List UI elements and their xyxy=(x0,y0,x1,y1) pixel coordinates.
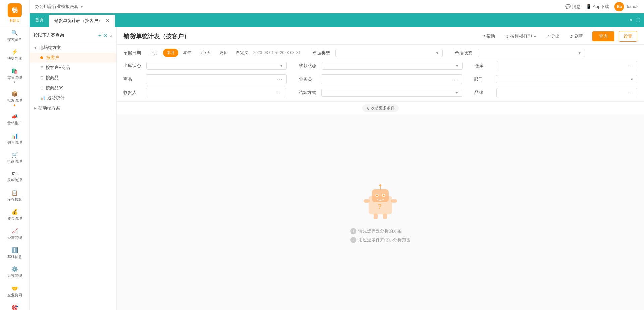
tree-item-label: 按客户+商品 xyxy=(46,65,70,71)
hint-num-2: 2 xyxy=(350,237,356,243)
svg-point-4 xyxy=(376,194,378,196)
sidebar-item-search[interactable]: 🔍 搜索菜单 xyxy=(0,26,29,45)
svg-point-5 xyxy=(383,194,385,196)
tree-item-by-customer-goods[interactable]: ⊞ 按客户+商品 xyxy=(30,63,116,73)
order-type-label: 单据类型 xyxy=(313,50,330,56)
date-btn-this-year[interactable]: 本年 xyxy=(180,49,195,57)
export-button[interactable]: ↗ 导出 xyxy=(543,32,562,41)
filter-row-3: 商品 ··· 业务员 ··· 部门 ▼ xyxy=(123,74,637,84)
sidebar-item-ecommerce[interactable]: 🛒 电商管理 xyxy=(0,148,29,167)
refresh-scheme-icon[interactable]: ⊙ xyxy=(103,32,108,38)
salesperson-select[interactable]: ··· xyxy=(321,74,462,84)
payment-label: 结算方式 xyxy=(299,90,316,96)
tab-close-icon[interactable]: ✕ xyxy=(106,18,110,23)
query-btn-right: 查询 xyxy=(592,31,614,41)
table-icon: ⊞ xyxy=(40,75,44,80)
print-icon: 🖨 xyxy=(504,34,509,39)
left-panel-title: 按以下方案查询 xyxy=(34,32,64,38)
consignee-select[interactable]: ··· xyxy=(146,88,286,97)
page-actions: ? 帮助 🖨 按模板打印 ▼ ↗ 导出 ↺ 刷新 xyxy=(480,31,637,42)
tab-maximize-area: ✕ ⛶ xyxy=(625,13,644,27)
goods-select[interactable]: ··· xyxy=(146,74,287,84)
tab-home[interactable]: 首页 xyxy=(30,13,49,27)
topbar: 办公用品行业模拟账套 ▼ 💬 消息 📱 App下载 Ea demo2 xyxy=(30,0,644,13)
template-print-button[interactable]: 🖨 按模板打印 ▼ xyxy=(502,32,539,41)
tree-item-return-stats[interactable]: 📊 退货统计 xyxy=(30,93,116,103)
tree-item-by-goods[interactable]: ⊞ 按商品 xyxy=(30,73,116,83)
app-download-button[interactable]: 📱 App下载 xyxy=(586,4,609,10)
receive-status-select[interactable]: ▼ xyxy=(322,62,462,70)
sales-icon: 📊 xyxy=(11,133,18,139)
close-window-icon[interactable]: ✕ xyxy=(629,18,633,23)
collapse-label: 收起更多条件 xyxy=(371,105,395,111)
hint-text-2: 用过滤条件来缩小分析范围 xyxy=(358,237,411,243)
collapse-more-btn[interactable]: ∧ 收起更多条件 xyxy=(362,104,399,112)
maximize-window-icon[interactable]: ⛶ xyxy=(636,18,640,23)
export-label: 导出 xyxy=(551,33,560,39)
sidebar-item-retail[interactable]: 🛍️ 零售管理 ▼ xyxy=(0,64,29,87)
left-panel-header: 按以下方案查询 + ⊙ « xyxy=(30,30,116,41)
add-scheme-icon[interactable]: + xyxy=(98,32,101,38)
receive-status-label: 收款状态 xyxy=(299,63,316,69)
order-type-select[interactable]: ▼ xyxy=(335,49,443,57)
page-header: 销货单统计表（按客户） ? 帮助 🖨 按模板打印 ▼ ↗ 导出 xyxy=(117,27,644,45)
newbie-icon: 🎯 xyxy=(11,304,18,310)
dept-select[interactable]: ▼ xyxy=(496,75,637,83)
svg-rect-9 xyxy=(383,214,387,219)
hint-num-1: 1 xyxy=(350,228,356,234)
message-button[interactable]: 💬 消息 xyxy=(565,4,581,10)
sidebar-item-newbie[interactable]: 🎯 新手引导 xyxy=(0,301,29,310)
payment-select[interactable]: ▼ xyxy=(321,89,462,97)
left-panel-icons: + ⊙ « xyxy=(98,32,112,38)
tab-sales-stats[interactable]: 销货单统计表（按客户） ✕ xyxy=(49,15,115,27)
app-download-label: App下载 xyxy=(593,4,609,10)
out-status-select[interactable]: ▼ xyxy=(146,62,287,70)
consignee-label: 收货人 xyxy=(123,90,140,96)
date-btn-custom[interactable]: 自定义 xyxy=(232,49,252,57)
sidebar-item-enterprise[interactable]: 🤝 企业协同 xyxy=(0,282,29,301)
query-button[interactable]: 查询 xyxy=(592,31,614,41)
date-btn-last-month[interactable]: 上月 xyxy=(146,49,162,57)
tree-expand-icon: ▼ xyxy=(34,46,37,50)
sidebar-item-basic[interactable]: ℹ️ 基础信息 xyxy=(0,244,29,263)
basic-icon: ℹ️ xyxy=(11,247,18,253)
tree-section-mobile[interactable]: ▶ 移动端方案 xyxy=(30,103,116,113)
hint-2: 2 用过滤条件来缩小分析范围 xyxy=(350,237,411,243)
sidebar-item-marketing[interactable]: 📣 营销推广 xyxy=(0,110,29,129)
sidebar-item-sales[interactable]: 📊 销售管理 xyxy=(0,129,29,148)
tree-section-desktop[interactable]: ▼ 电脑端方案 xyxy=(30,43,116,53)
date-btn-7days[interactable]: 近7天 xyxy=(197,49,214,57)
tree-item-by-customer[interactable]: 按客户 xyxy=(30,53,116,63)
brand-select[interactable]: ··· xyxy=(496,88,637,97)
topbar-left: 办公用品行业模拟账套 ▼ xyxy=(35,4,84,10)
refresh-button[interactable]: ↺ 刷新 xyxy=(567,32,586,41)
warehouse-select[interactable]: ··· xyxy=(497,61,637,70)
order-type-dropdown-icon: ▼ xyxy=(435,51,439,55)
purchase-icon: 🛍 xyxy=(12,171,17,177)
tree-item-label: 退货统计 xyxy=(47,95,65,101)
suite-selector[interactable]: 办公用品行业模拟账套 ▼ xyxy=(35,4,84,10)
date-btn-this-month[interactable]: 本月 xyxy=(163,49,178,57)
sidebar-item-inventory[interactable]: 📋 库存核算 xyxy=(0,186,29,205)
sidebar-item-quick-nav[interactable]: ⚡ 快捷导航 xyxy=(0,45,29,64)
tree-item-by-goods-99[interactable]: ⊞ 按商品99 xyxy=(30,83,116,93)
sidebar: 畅 标题页 🔍 搜索菜单 ⚡ 快捷导航 🛍️ 零售管理 ▼ 📦 批发管理 ▲ 📣… xyxy=(0,0,30,310)
sidebar-item-system[interactable]: ⚙️ 系统管理 xyxy=(0,263,29,282)
warehouse-dots-icon: ··· xyxy=(628,63,634,68)
help-button[interactable]: ? 帮助 xyxy=(480,32,498,41)
sidebar-item-purchase[interactable]: 🛍 采购管理 xyxy=(0,167,29,186)
marketing-icon: 📣 xyxy=(11,113,18,120)
date-btn-more[interactable]: 更多 xyxy=(216,49,231,57)
user-profile[interactable]: Ea demo2 xyxy=(614,2,639,11)
collapse-chevron-icon: ∧ xyxy=(366,106,369,111)
right-content: 销货单统计表（按客户） ? 帮助 🖨 按模板打印 ▼ ↗ 导出 xyxy=(117,27,644,310)
settings-button[interactable]: 设置 xyxy=(619,31,637,42)
sidebar-item-wholesale[interactable]: 📦 批发管理 ▲ xyxy=(0,87,29,110)
svg-point-7 xyxy=(379,184,381,186)
logo-text: 标题页 xyxy=(10,18,20,23)
order-status-select[interactable]: ▼ xyxy=(478,49,585,57)
collapse-panel-icon[interactable]: « xyxy=(110,32,112,38)
sidebar-item-finance[interactable]: 💰 资金管理 xyxy=(0,205,29,224)
sidebar-item-operations[interactable]: 📈 经营管理 xyxy=(0,224,29,244)
receive-status-dropdown-icon: ▼ xyxy=(455,64,459,68)
